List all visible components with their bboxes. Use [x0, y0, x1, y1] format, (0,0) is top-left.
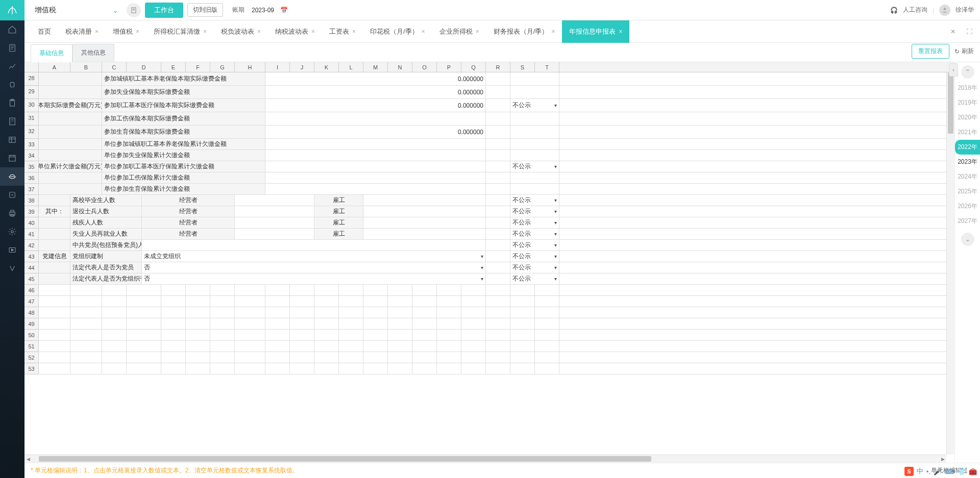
year-item[interactable]: 2018年 — [955, 81, 980, 95]
publicity-dropdown[interactable]: 不公示 — [510, 262, 559, 273]
rail-down-button[interactable]: ⌄ — [961, 233, 974, 246]
col-header-R[interactable]: R — [486, 62, 510, 72]
tab-9[interactable]: 财务报表（月/季）× — [486, 20, 562, 43]
nav-calendar-icon[interactable] — [0, 149, 24, 167]
publicity-dropdown[interactable]: 不公示 — [510, 195, 559, 206]
doc-icon-button[interactable] — [127, 3, 141, 17]
row-header[interactable]: 42 — [24, 240, 39, 251]
period-value[interactable]: 2023-09 — [252, 7, 274, 14]
nav-gear-icon[interactable] — [0, 222, 24, 241]
ime-keyboard-icon[interactable]: ⌨ — [945, 468, 954, 475]
row-header[interactable]: 51 — [24, 341, 39, 352]
nav-clipboard-icon[interactable] — [0, 94, 24, 112]
row-header[interactable]: 40 — [24, 217, 39, 229]
col-header-F[interactable]: F — [186, 62, 210, 72]
year-item[interactable]: 2026年 — [955, 199, 980, 214]
row-header[interactable]: 31 — [24, 112, 39, 125]
nav-bowl-icon[interactable] — [0, 167, 24, 186]
row-header[interactable]: 44 — [24, 262, 39, 273]
col-header-I[interactable]: I — [265, 62, 290, 72]
publicity-dropdown[interactable]: 不公示 — [510, 99, 559, 112]
publicity-dropdown[interactable]: 不公示 — [510, 240, 559, 251]
tab-close-icon[interactable]: × — [476, 28, 479, 35]
horizontal-scrollbar[interactable]: ◀▶ — [24, 455, 946, 463]
year-item[interactable]: 2025年 — [955, 184, 980, 199]
switch-old-button[interactable]: 切到旧版 — [187, 3, 223, 17]
value-cell[interactable]: 否 — [142, 262, 486, 273]
calendar-icon[interactable]: 📅 — [280, 7, 288, 14]
row-header[interactable]: 38 — [24, 195, 39, 206]
row-header[interactable]: 52 — [24, 352, 39, 363]
col-header-T[interactable]: T — [535, 62, 559, 72]
row-header[interactable]: 32 — [24, 125, 39, 139]
publicity-dropdown[interactable]: 不公示 — [510, 217, 559, 229]
row-header[interactable]: 41 — [24, 229, 39, 240]
value-cell[interactable]: 否 — [142, 273, 486, 285]
col-header-B[interactable]: B — [70, 62, 102, 72]
workbench-button[interactable]: 工作台 — [145, 3, 183, 18]
col-header-O[interactable]: O — [412, 62, 437, 72]
help-link[interactable]: 人工咨询 — [903, 6, 927, 14]
row-header[interactable]: 39 — [24, 206, 39, 217]
tab-10[interactable]: 年报信息申报表× — [562, 20, 629, 43]
row-header[interactable]: 33 — [24, 139, 39, 150]
row-header[interactable]: 37 — [24, 184, 39, 195]
page-title-dropdown[interactable]: 增值税 ⌄ — [31, 6, 122, 15]
nav-chart-icon[interactable] — [0, 57, 24, 76]
col-header-L[interactable]: L — [339, 62, 363, 72]
app-logo[interactable] — [0, 0, 24, 20]
tab-2[interactable]: 增值税× — [106, 20, 146, 43]
row-header[interactable]: 34 — [24, 150, 39, 161]
col-header-Q[interactable]: Q — [461, 62, 486, 72]
row-header[interactable]: 30 — [24, 99, 39, 112]
col-header-M[interactable]: M — [363, 62, 388, 72]
row-header[interactable]: 46 — [24, 285, 39, 296]
tab-8[interactable]: 企业所得税× — [432, 20, 486, 43]
publicity-dropdown[interactable]: 不公示 — [510, 273, 559, 285]
publicity-dropdown[interactable]: 不公示 — [510, 161, 559, 172]
value-cell[interactable]: 未成立党组织 — [142, 251, 486, 262]
tab-close-icon[interactable]: × — [422, 28, 425, 35]
tab-close-icon[interactable]: × — [311, 28, 315, 35]
nav-home-icon[interactable] — [0, 20, 24, 39]
year-item[interactable]: 2019年 — [955, 95, 980, 110]
tab-4[interactable]: 税负波动表× — [214, 20, 268, 43]
publicity-dropdown[interactable]: 不公示 — [510, 229, 559, 240]
tab-close-icon[interactable]: × — [551, 28, 555, 35]
nav-calc-icon[interactable] — [0, 112, 24, 131]
nav-table-icon[interactable] — [0, 131, 24, 149]
year-item[interactable]: 2020年 — [955, 110, 980, 125]
tab-6[interactable]: 工资表× — [322, 20, 363, 43]
tab-close-icon[interactable]: × — [352, 28, 356, 35]
row-header[interactable]: 48 — [24, 307, 39, 318]
row-header[interactable]: 47 — [24, 296, 39, 307]
tab-close-all-icon[interactable]: ✕ — [946, 25, 960, 38]
ime-skin-icon[interactable]: 👕 — [958, 468, 966, 475]
row-header[interactable]: 45 — [24, 273, 39, 285]
tab-close-icon[interactable]: × — [136, 28, 139, 35]
row-header[interactable]: 36 — [24, 172, 39, 184]
tab-close-icon[interactable]: × — [619, 28, 622, 35]
rail-expand-handle[interactable]: ‹ — [949, 63, 958, 77]
col-header-J[interactable]: J — [290, 62, 314, 72]
year-item[interactable]: 2021年 — [955, 125, 980, 140]
col-header-G[interactable]: G — [210, 62, 235, 72]
tab-5[interactable]: 纳税波动表× — [268, 20, 322, 43]
ime-mic-icon[interactable]: 🎤 — [934, 468, 942, 475]
nav-video-icon[interactable] — [0, 241, 24, 259]
col-header-P[interactable]: P — [437, 62, 461, 72]
col-header-A[interactable]: A — [39, 62, 70, 72]
ime-punct-icon[interactable]: •, — [926, 468, 930, 475]
value-cell[interactable] — [142, 240, 486, 251]
reset-report-button[interactable]: 重置报表 — [912, 44, 949, 59]
col-header-S[interactable]: S — [510, 62, 535, 72]
col-header-C[interactable]: C — [102, 62, 127, 72]
nav-link-icon[interactable] — [0, 186, 24, 204]
avatar[interactable] — [939, 5, 950, 16]
row-header[interactable]: 50 — [24, 330, 39, 341]
row-header[interactable]: 29 — [24, 86, 39, 99]
nav-doc-icon[interactable] — [0, 39, 24, 57]
tab-close-icon[interactable]: × — [257, 28, 261, 35]
col-header-E[interactable]: E — [161, 62, 186, 72]
ime-badge[interactable]: S — [904, 467, 914, 476]
